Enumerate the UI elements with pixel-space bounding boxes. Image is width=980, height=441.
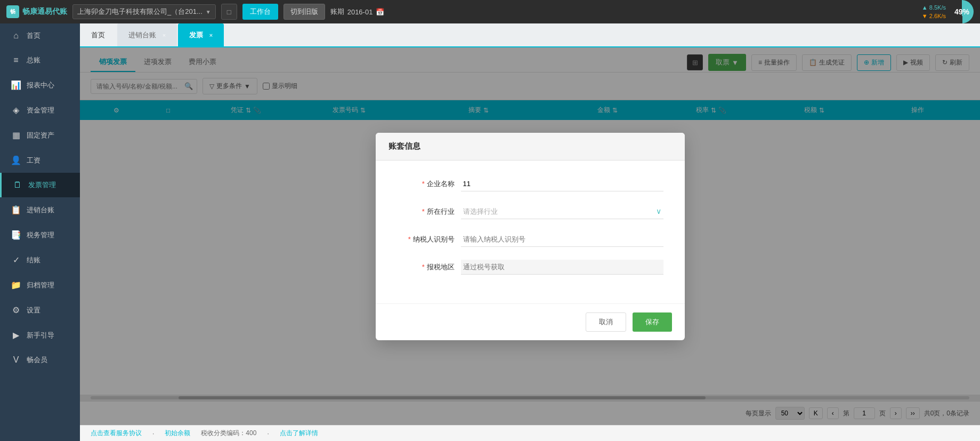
form-row-tax-region: * 报税地区 <box>397 260 663 275</box>
company-selector[interactable]: 上海卯金刀电子科技有限公司_（台201... ▼ <box>72 4 216 19</box>
tax-icon: 📑 <box>11 230 21 240</box>
service-agreement-link[interactable]: 点击查看服务协议 <box>91 429 142 438</box>
sales-icon: 📋 <box>11 205 21 215</box>
period-info: 账期 2016-01 📅 <box>330 7 385 17</box>
ledger-icon: ≡ <box>11 55 21 65</box>
company-name-input[interactable] <box>461 177 663 191</box>
archive-icon: 📁 <box>11 280 21 290</box>
modal-overlay: 账套信息 * 企业名称 <box>80 47 980 425</box>
sidebar-item-tax[interactable]: 📑 税务管理 <box>0 222 80 247</box>
sidebar-item-invoice[interactable]: 🗒 发票管理 <box>0 173 80 197</box>
sidebar-item-guide[interactable]: ▶ 新手引导 <box>0 323 80 348</box>
topbar-right: ▲ 8.5K/s ▼ 2.6K/s 49% <box>922 0 974 23</box>
main-layout: ⌂ 首页 ≡ 总账 📊 报表中心 ◈ 资金管理 ▦ 固定资产 👤 工资 🗒 发票… <box>0 23 980 441</box>
funds-icon: ◈ <box>11 105 21 115</box>
old-version-button[interactable]: 切到旧版 <box>284 4 325 20</box>
modal-footer: 取消 保存 <box>376 303 685 340</box>
app-logo: 畅 畅康通易代账 <box>6 5 67 18</box>
guide-icon: ▶ <box>11 330 21 340</box>
statusbar: 点击查看服务协议 · 初始余额 税收分类编码：400 · 点击了解详情 <box>80 425 980 441</box>
company-dropdown-arrow: ▼ <box>206 9 211 15</box>
reports-icon: 📊 <box>11 80 21 90</box>
network-speed: ▲ 8.5K/s ▼ 2.6K/s <box>922 3 946 21</box>
cpu-usage: 49% <box>950 0 974 23</box>
home-icon: ⌂ <box>11 31 21 41</box>
logo-icon: 畅 <box>6 5 19 18</box>
sidebar-item-ledger[interactable]: ≡ 总账 <box>0 48 80 73</box>
modal-header: 账套信息 <box>376 133 685 161</box>
tab-sales-ledger-close[interactable]: × <box>163 32 166 38</box>
sidebar-item-close[interactable]: ✓ 结账 <box>0 247 80 272</box>
tab-home[interactable]: 首页 <box>80 23 116 46</box>
sidebar-item-salary[interactable]: 👤 工资 <box>0 148 80 173</box>
sidebar-item-reports[interactable]: 📊 报表中心 <box>0 73 80 98</box>
settings-icon: ⚙ <box>11 305 21 315</box>
page-content: 销项发票 进项发票 费用小票 ⊞ 取票 ▼ ≡ 批量操作 <box>80 47 980 425</box>
tab-invoice-close[interactable]: × <box>209 32 213 38</box>
sidebar-item-member[interactable]: V 畅会员 <box>0 348 80 372</box>
form-row-industry: * 所在行业 请选择行业 ∨ <box>397 204 663 219</box>
copy-icon[interactable]: □ <box>221 4 237 20</box>
cancel-button[interactable]: 取消 <box>586 312 626 332</box>
salary-icon: 👤 <box>11 155 21 165</box>
save-button[interactable]: 保存 <box>633 312 672 332</box>
tax-id-input[interactable] <box>461 232 663 247</box>
tax-region-label: * 报税地区 <box>397 262 461 272</box>
member-icon: V <box>11 355 21 365</box>
sidebar-item-settings[interactable]: ⚙ 设置 <box>0 298 80 323</box>
modal-body: * 企业名称 * 所在行业 <box>376 161 685 303</box>
detail-link[interactable]: 点击了解详情 <box>280 429 318 438</box>
industry-label: * 所在行业 <box>397 207 461 217</box>
content-area: 首页 进销台账 × 发票 × 销项发票 进项发票 费用 <box>80 23 980 441</box>
form-row-company-name: * 企业名称 <box>397 177 663 191</box>
sidebar-item-home[interactable]: ⌂ 首页 <box>0 23 80 48</box>
industry-select[interactable]: 请选择行业 <box>461 204 663 219</box>
topbar: 畅 畅康通易代账 上海卯金刀电子科技有限公司_（台201... ▼ □ 工作台 … <box>0 0 980 23</box>
invoice-icon: 🗒 <box>12 180 23 190</box>
sidebar-item-sales[interactable]: 📋 进销台账 <box>0 197 80 222</box>
sidebar-item-funds[interactable]: ◈ 资金管理 <box>0 98 80 123</box>
tab-bar: 首页 进销台账 × 发票 × <box>80 23 980 47</box>
tab-invoice[interactable]: 发票 × <box>178 23 224 46</box>
close-accounts-icon: ✓ <box>11 255 21 265</box>
sidebar-item-archive[interactable]: 📁 归档管理 <box>0 272 80 298</box>
company-name-label: * 企业名称 <box>397 179 461 189</box>
tax-region-input <box>461 260 663 275</box>
sidebar-item-assets[interactable]: ▦ 固定资产 <box>0 123 80 148</box>
form-row-tax-id: * 纳税人识别号 <box>397 232 663 247</box>
initial-balance-link[interactable]: 初始余额 <box>165 429 190 438</box>
sidebar: ⌂ 首页 ≡ 总账 📊 报表中心 ◈ 资金管理 ▦ 固定资产 👤 工资 🗒 发票… <box>0 23 80 441</box>
assets-icon: ▦ <box>11 130 21 140</box>
account-info-modal: 账套信息 * 企业名称 <box>376 133 685 340</box>
tax-id-label: * 纳税人识别号 <box>397 235 461 244</box>
tab-sales-ledger[interactable]: 进销台账 × <box>117 23 177 46</box>
industry-select-wrapper: 请选择行业 ∨ <box>461 204 663 219</box>
workbench-button[interactable]: 工作台 <box>242 4 278 20</box>
